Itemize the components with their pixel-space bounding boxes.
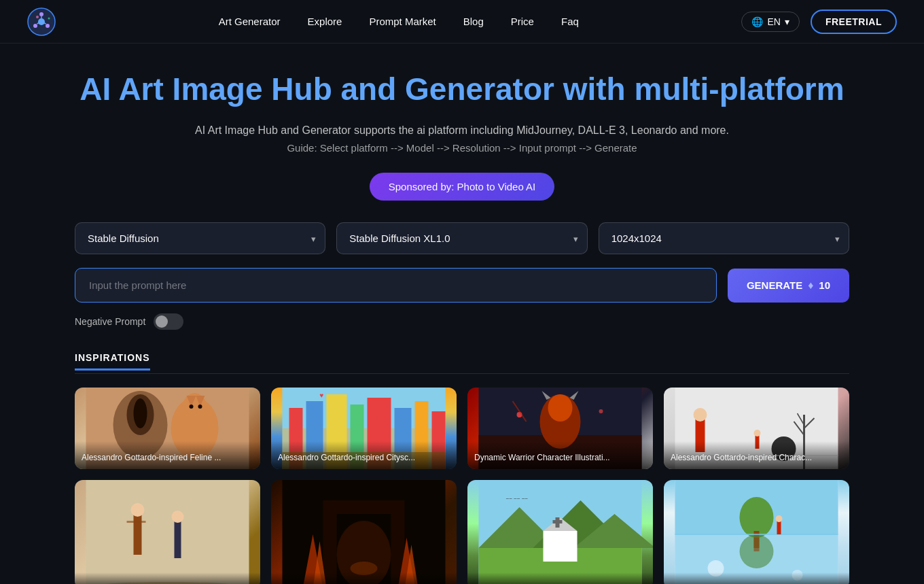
gallery-item[interactable]: ~~ ~~ ~~ (467, 480, 653, 584)
prompt-row: GENERATE ♦ 10 (75, 268, 849, 303)
svg-point-2 (39, 12, 43, 16)
nav-price[interactable]: Price (511, 16, 534, 27)
svg-point-1 (38, 18, 45, 25)
navbar: Art Generator Explore Prompt Market Blog… (0, 0, 924, 44)
svg-rect-76 (553, 520, 563, 523)
nav-links: Art Generator Explore Prompt Market Blog… (219, 16, 579, 28)
svg-text:♥: ♥ (320, 392, 324, 399)
platform-dropdown-wrapper: Stable Diffusion MidJourney DALL-E 3 Leo… (75, 222, 325, 254)
gallery-grid: Alessandro Gottardo-inspired Feline ... (75, 388, 849, 584)
gallery-caption (271, 572, 457, 584)
gallery-item[interactable] (664, 480, 849, 584)
svg-point-35 (548, 394, 573, 422)
svg-point-54 (131, 503, 145, 517)
inspirations-title: INSPIRATIONS (75, 352, 150, 371)
free-trial-button[interactable]: FREETRIAL (811, 10, 897, 34)
toggle-knob (156, 315, 168, 328)
chevron-down-icon: ▾ (785, 16, 789, 27)
svg-point-47 (694, 408, 707, 422)
inspirations-divider (75, 373, 849, 374)
hero-guide: Guide: Select platform --> Model --> Res… (75, 142, 849, 154)
diamond-icon: ♦ (808, 279, 813, 292)
nav-blog[interactable]: Blog (463, 16, 484, 27)
svg-rect-52 (86, 480, 249, 584)
generate-button[interactable]: GENERATE ♦ 10 (728, 269, 849, 303)
globe-icon: 🌐 (751, 16, 763, 27)
negative-prompt-row: Negative Prompt (75, 313, 849, 330)
negative-prompt-label: Negative Prompt (75, 316, 145, 327)
svg-rect-53 (134, 514, 142, 555)
language-selector[interactable]: 🌐 EN ▾ (741, 12, 799, 32)
gallery-caption (664, 572, 849, 584)
svg-point-16 (190, 405, 194, 409)
svg-point-50 (754, 430, 761, 436)
logo[interactable] (27, 7, 56, 36)
gallery-item[interactable]: ♥ Alessandro Gottardo-inspired Citysc... (271, 388, 457, 469)
gallery-item[interactable]: Dynamic Warrior Character Illustrati... (467, 388, 653, 469)
resolution-dropdown[interactable]: 1024x1024 512x512 768x768 1280x720 (599, 222, 849, 254)
page-title: AI Art Image Hub and Generator with mult… (75, 71, 849, 108)
resolution-dropdown-wrapper: 1024x1024 512x512 768x768 1280x720 ▾ (599, 222, 849, 254)
gallery-item[interactable]: Alessandro Gottardo-inspired Charac... (664, 388, 849, 469)
gallery-caption (75, 572, 260, 584)
platform-dropdown[interactable]: Stable Diffusion MidJourney DALL-E 3 Leo… (75, 222, 325, 254)
gallery-caption (467, 572, 653, 584)
gallery-caption: Dynamic Warrior Character Illustrati... (467, 441, 653, 469)
nav-right: 🌐 EN ▾ FREETRIAL (741, 10, 897, 34)
svg-rect-55 (127, 521, 146, 523)
main-content: AI Art Image Hub and Generator with mult… (61, 44, 863, 584)
nav-art-generator[interactable]: Art Generator (219, 16, 281, 27)
svg-text:~~ ~~ ~~: ~~ ~~ ~~ (506, 496, 529, 502)
svg-point-87 (776, 515, 783, 522)
svg-rect-73 (544, 531, 578, 562)
nav-explore[interactable]: Explore (308, 16, 342, 27)
negative-prompt-toggle[interactable] (154, 313, 183, 330)
gallery-item[interactable] (271, 480, 457, 584)
svg-point-3 (46, 24, 50, 28)
generate-credits: 10 (819, 279, 830, 291)
dropdowns-row: Stable Diffusion MidJourney DALL-E 3 Leo… (75, 222, 849, 254)
gallery-item[interactable]: Alessandro Gottardo-inspired Feline ... (75, 388, 260, 469)
nav-prompt-market[interactable]: Prompt Market (369, 16, 436, 27)
gallery-caption: Alessandro Gottardo-inspired Citysc... (271, 441, 457, 469)
hero-subtitle: AI Art Image Hub and Generator supports … (75, 124, 849, 137)
svg-point-17 (198, 405, 202, 409)
svg-rect-84 (754, 538, 760, 551)
gallery-caption: Alessandro Gottardo-inspired Feline ... (75, 441, 260, 469)
nav-faq[interactable]: Faq (561, 16, 579, 27)
svg-point-19 (134, 398, 147, 428)
inspirations-section: INSPIRATIONS Alessandro Got (75, 351, 849, 584)
gallery-caption: Alessandro Gottardo-inspired Charac... (664, 441, 849, 469)
svg-point-9 (48, 17, 50, 19)
svg-rect-56 (175, 521, 181, 558)
model-dropdown[interactable]: Stable Diffusion XL1.0 Stable Diffusion … (336, 222, 587, 254)
model-dropdown-wrapper: Stable Diffusion XL1.0 Stable Diffusion … (336, 222, 587, 254)
svg-point-39 (599, 409, 603, 413)
svg-point-4 (33, 24, 37, 28)
lang-label: EN (767, 16, 780, 27)
svg-point-8 (36, 16, 39, 18)
sponsor-button[interactable]: Sponsored by: Photo to Video AI (370, 173, 555, 201)
prompt-input[interactable] (75, 268, 717, 303)
svg-point-57 (172, 511, 184, 523)
generate-label: GENERATE (747, 279, 802, 291)
gallery-item[interactable] (75, 480, 260, 584)
svg-rect-86 (777, 521, 781, 534)
